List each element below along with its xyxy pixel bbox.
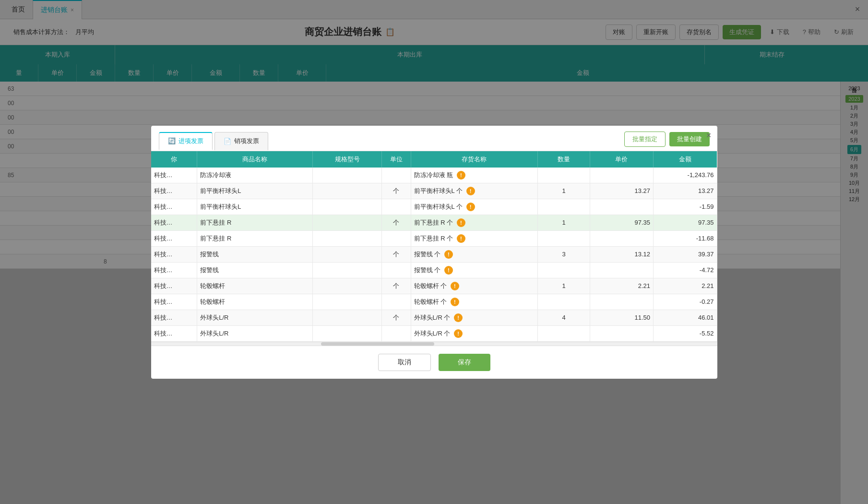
cell-spec (312, 262, 381, 278)
cell-company: 科技… (151, 294, 197, 310)
th-amount: 金额 (654, 151, 717, 168)
modal-header-right: 批量指定 批量创建 (624, 132, 710, 151)
cell-product: 前平衡杆球头L (197, 199, 313, 215)
th-spec: 规格型号 (312, 151, 381, 168)
table-row[interactable]: 科技… 轮毂螺杆 个 轮毂螺杆 个 ! 1 2.21 2.21 (151, 278, 717, 294)
th-stock: 存货名称 (411, 151, 538, 168)
th-price: 单价 (590, 151, 653, 168)
cell-qty (538, 325, 590, 341)
cell-qty: 1 (538, 278, 590, 294)
cell-amount: 46.01 (654, 310, 717, 325)
table-row[interactable]: 科技… 轮毂螺杆 轮毂螺杆 个 ! -0.27 (151, 294, 717, 310)
cell-unit: 个 (382, 246, 411, 262)
cell-price (590, 294, 653, 310)
cell-amount: -1.59 (654, 199, 717, 215)
modal-overlay: 🔄 进项发票 📄 销项发票 批量指定 批量创建 × 你 商品名称 (0, 0, 868, 504)
cell-unit (382, 262, 411, 278)
cell-price (590, 325, 653, 341)
th-product: 商品名称 (197, 151, 313, 168)
cell-qty: 1 (538, 215, 590, 230)
cell-product: 报警线 (197, 262, 313, 278)
modal-table: 你 商品名称 规格型号 单位 存货名称 数量 单价 金额 科技… 防冻冷却液 (151, 151, 717, 342)
table-row[interactable]: 科技… 外球头L/R 外球头L/R 个 ! -5.52 (151, 325, 717, 341)
cell-qty: 3 (538, 246, 590, 262)
cell-company: 科技… (151, 246, 197, 262)
cell-stock: 前平衡杆球头L 个 ! (411, 199, 538, 215)
cell-product: 轮毂螺杆 (197, 294, 313, 310)
cell-unit (382, 325, 411, 341)
cell-spec (312, 246, 381, 262)
cell-stock: 前下悬挂 R 个 ! (411, 230, 538, 246)
cancel-button[interactable]: 取消 (378, 354, 431, 371)
table-row[interactable]: 科技… 防冻冷却液 防冻冷却液 瓶 ! -1,243.76 (151, 168, 717, 183)
cell-stock: 轮毂螺杆 个 ! (411, 278, 538, 294)
save-button[interactable]: 保存 (439, 354, 490, 371)
batch-create-button[interactable]: 批量创建 (669, 132, 710, 146)
cell-product: 报警线 (197, 246, 313, 262)
cell-qty: 4 (538, 310, 590, 325)
cell-amount: 97.35 (654, 215, 717, 230)
tab-invoice-in[interactable]: 🔄 进项发票 (159, 132, 213, 150)
table-row[interactable]: 科技… 前平衡杆球头L 个 前平衡杆球头L 个 ! 1 13.27 13.27 (151, 183, 717, 199)
cell-product: 轮毂螺杆 (197, 278, 313, 294)
cell-unit: 个 (382, 183, 411, 199)
cell-unit: 个 (382, 310, 411, 325)
cell-price: 2.21 (590, 278, 653, 294)
cell-spec (312, 294, 381, 310)
warning-icon: ! (454, 329, 463, 338)
tab-invoice-out[interactable]: 📄 销项发票 (214, 132, 268, 150)
table-row[interactable]: 科技… 外球头L/R 个 外球头L/R 个 ! 4 11.50 46.01 (151, 310, 717, 325)
table-row[interactable]: 科技… 前下悬挂 R 前下悬挂 R 个 ! -11.68 (151, 230, 717, 246)
cell-company: 科技… (151, 183, 197, 199)
warning-icon: ! (444, 266, 453, 275)
cell-qty (538, 262, 590, 278)
cell-amount: -11.68 (654, 230, 717, 246)
cell-price: 13.12 (590, 246, 653, 262)
cell-price: 13.27 (590, 183, 653, 199)
cell-spec (312, 310, 381, 325)
cell-unit: 个 (382, 215, 411, 230)
cell-price (590, 168, 653, 183)
modal-table-wrap[interactable]: 你 商品名称 规格型号 单位 存货名称 数量 单价 金额 科技… 防冻冷却液 (151, 151, 717, 342)
cell-qty: 1 (538, 183, 590, 199)
cell-amount: -4.72 (654, 262, 717, 278)
warning-icon: ! (457, 234, 465, 243)
cell-stock: 防冻冷却液 瓶 ! (411, 168, 538, 183)
table-row[interactable]: 科技… 报警线 报警线 个 ! -4.72 (151, 262, 717, 278)
cell-price (590, 199, 653, 215)
cell-unit (382, 199, 411, 215)
cell-amount: -1,243.76 (654, 168, 717, 183)
modal-scrollbar-thumb[interactable] (321, 342, 434, 346)
modal-tabs: 🔄 进项发票 📄 销项发票 (159, 132, 268, 150)
cell-company: 科技… (151, 230, 197, 246)
cell-company: 科技… (151, 199, 197, 215)
cell-product: 前下悬挂 R (197, 215, 313, 230)
th-qty: 数量 (538, 151, 590, 168)
cell-qty (538, 230, 590, 246)
cell-stock: 报警线 个 ! (411, 262, 538, 278)
cell-unit (382, 294, 411, 310)
warning-icon: ! (451, 282, 459, 290)
batch-assign-button[interactable]: 批量指定 (624, 132, 666, 147)
cell-unit: 个 (382, 278, 411, 294)
cell-qty (538, 294, 590, 310)
cell-spec (312, 325, 381, 341)
warning-icon: ! (444, 250, 453, 259)
cell-company: 科技… (151, 168, 197, 183)
cell-product: 防冻冷却液 (197, 168, 313, 183)
modal-close-button[interactable]: × (706, 131, 712, 141)
table-row[interactable]: 科技… 前平衡杆球头L 前平衡杆球头L 个 ! -1.59 (151, 199, 717, 215)
cell-stock: 报警线 个 ! (411, 246, 538, 262)
cell-price: 11.50 (590, 310, 653, 325)
modal-header: 🔄 进项发票 📄 销项发票 批量指定 批量创建 (151, 126, 717, 151)
modal-dialog: 🔄 进项发票 📄 销项发票 批量指定 批量创建 × 你 商品名称 (151, 126, 717, 379)
invoice-out-icon: 📄 (224, 138, 231, 145)
table-row[interactable]: 科技… 报警线 个 报警线 个 ! 3 13.12 39.37 (151, 246, 717, 262)
table-row[interactable]: 科技… 前下悬挂 R 个 前下悬挂 R 个 ! 1 97.35 97.35 (151, 215, 717, 230)
cell-product: 前平衡杆球头L (197, 183, 313, 199)
modal-scrollbar[interactable] (151, 342, 717, 346)
cell-spec (312, 199, 381, 215)
cell-qty (538, 199, 590, 215)
th-unit: 单位 (382, 151, 411, 168)
cell-amount: -5.52 (654, 325, 717, 341)
